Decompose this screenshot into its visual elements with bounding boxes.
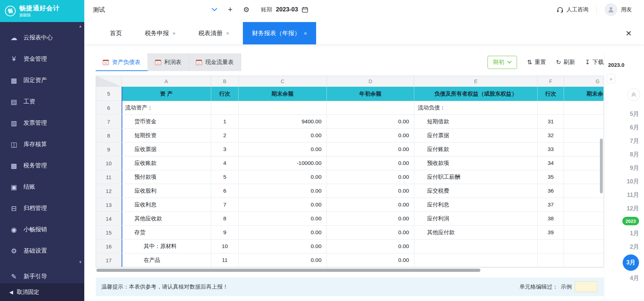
cell[interactable]: 0.00 (239, 170, 327, 184)
cell[interactable]: 短期投资 (122, 129, 211, 143)
sidebar-item-archive[interactable]: ⊟归档管理 (0, 198, 84, 219)
cell[interactable] (564, 156, 604, 170)
cell[interactable]: 9 (211, 226, 239, 240)
user-avatar[interactable] (605, 3, 617, 16)
sidebar-item-checkout[interactable]: ▣结账 (0, 176, 84, 198)
add-account-button[interactable]: + (228, 6, 233, 14)
cell[interactable] (564, 212, 604, 226)
cell[interactable]: 其中：原材料 (122, 240, 211, 253)
cell[interactable]: 应付职工薪酬 (414, 170, 538, 184)
cell[interactable]: 流动负债： (414, 101, 538, 115)
cell[interactable] (564, 129, 604, 143)
cell[interactable]: 37 (538, 198, 564, 212)
cell[interactable]: 负债及所有者权益（或股东权益） (414, 87, 538, 101)
close-tab-button[interactable]: × (621, 28, 636, 39)
cell[interactable] (327, 101, 414, 115)
row-number[interactable]: 6 (96, 101, 122, 115)
month-item[interactable]: 2月 (630, 240, 639, 254)
cell[interactable]: 应收利息 (122, 198, 211, 212)
cell[interactable] (564, 198, 604, 212)
cell[interactable]: 0.00 (327, 226, 414, 240)
cell[interactable]: 0.00 (327, 115, 414, 129)
cell[interactable]: 应收股利 (122, 184, 211, 198)
cell[interactable]: 0.00 (239, 198, 327, 212)
row-number[interactable]: 14 (96, 212, 122, 226)
cell[interactable]: 短期借款 (414, 115, 538, 129)
cell[interactable] (211, 101, 239, 115)
cell[interactable]: 预收款项 (414, 156, 538, 170)
row-number[interactable]: 5 (96, 87, 122, 101)
cell[interactable]: -10000.00 (239, 156, 327, 170)
cell[interactable]: 0.00 (239, 226, 327, 240)
row-number[interactable]: 15 (96, 226, 122, 240)
cell[interactable]: 39 (538, 226, 564, 240)
tab-home[interactable]: 首页 (101, 22, 131, 44)
sidebar-item-funds[interactable]: ¥资金管理 (0, 48, 84, 70)
sidebar-item-tax[interactable]: ▩税务管理 (0, 155, 84, 176)
cell[interactable]: 3 (211, 143, 239, 156)
cell[interactable]: 年初余额 (327, 87, 414, 101)
row-number[interactable]: 10 (96, 156, 122, 170)
subtab-income-statement[interactable]: 利润表 (148, 53, 189, 71)
reset-button[interactable]: ⇅ 重置 (527, 59, 546, 66)
company-selector[interactable]: 测试 (93, 6, 217, 14)
row-number[interactable]: 9 (96, 143, 122, 156)
cell[interactable]: 其他应收款 (122, 212, 211, 226)
cell[interactable]: 34 (538, 156, 564, 170)
cell[interactable]: 期末余额 (239, 87, 327, 101)
cell[interactable] (564, 240, 604, 253)
sidebar-item-reimburse[interactable]: ◉小畅报销 (0, 219, 84, 240)
month-item[interactable]: 4月 (630, 272, 639, 285)
cell[interactable] (564, 184, 604, 198)
cell[interactable]: 6 (211, 184, 239, 198)
cell[interactable]: 应付账款 (414, 143, 538, 156)
sidebar-scroll-up-icon[interactable]: ▲ (79, 24, 82, 28)
cell[interactable]: 应收账款 (122, 156, 211, 170)
sidebar-item-salary[interactable]: ▤工资 (0, 91, 84, 112)
tab-tax-register[interactable]: 税表清册× (189, 22, 239, 44)
cell[interactable] (538, 253, 564, 267)
cell[interactable]: 0.00 (327, 212, 414, 226)
cell[interactable]: 4 (211, 156, 239, 170)
cell[interactable]: 33 (538, 143, 564, 156)
cell[interactable]: 应付票据 (414, 129, 538, 143)
month-item[interactable]: 5月 (630, 107, 639, 121)
cell[interactable]: 存货 (122, 226, 211, 240)
subtab-cash-flow[interactable]: 现金流量表 (189, 53, 241, 71)
cell[interactable]: 行次 (538, 87, 564, 101)
cell[interactable]: 7 (211, 198, 239, 212)
month-item[interactable]: 1月 (630, 227, 639, 240)
row-number[interactable]: 8 (96, 129, 122, 143)
cell[interactable]: 0.00 (239, 212, 327, 226)
cell[interactable]: 35 (538, 170, 564, 184)
month-item[interactable]: 11月 (627, 188, 639, 202)
tab-close-icon[interactable]: × (226, 30, 229, 36)
month-item[interactable]: 9月 (630, 161, 639, 175)
cell[interactable]: 应付利息 (414, 198, 538, 212)
month-item[interactable]: 12月 (627, 202, 639, 215)
cell[interactable] (414, 240, 538, 253)
row-number[interactable]: 17 (96, 253, 122, 267)
cell[interactable]: 0.00 (327, 143, 414, 156)
cell[interactable] (564, 226, 604, 240)
cell[interactable]: 0.00 (327, 198, 414, 212)
sidebar-item-fixed-assets[interactable]: ▦固定资产 (0, 70, 84, 91)
cell[interactable]: 5 (211, 170, 239, 184)
cell[interactable]: 11 (211, 253, 239, 267)
column-letter[interactable]: D (327, 76, 414, 87)
column-letter[interactable]: F (538, 76, 564, 87)
username[interactable]: 用友 (621, 6, 632, 14)
cell[interactable] (538, 240, 564, 253)
cell[interactable]: 38 (538, 212, 564, 226)
year-badge[interactable]: 2023 (622, 217, 639, 225)
sidebar-item-settings[interactable]: ⚙基础设置 (0, 240, 84, 262)
cell[interactable] (564, 253, 604, 267)
sidebar-item-guide-clipped[interactable]: ✎ 新手引导 (0, 270, 84, 283)
cell[interactable]: 0.00 (327, 253, 414, 267)
cell[interactable]: 0.00 (327, 129, 414, 143)
cell[interactable]: 0.00 (327, 184, 414, 198)
cell[interactable]: 应付利润 (414, 212, 538, 226)
cell[interactable]: 0.00 (327, 156, 414, 170)
rail-expand-icon[interactable]: » (607, 74, 615, 83)
cell[interactable]: 0.00 (327, 170, 414, 184)
